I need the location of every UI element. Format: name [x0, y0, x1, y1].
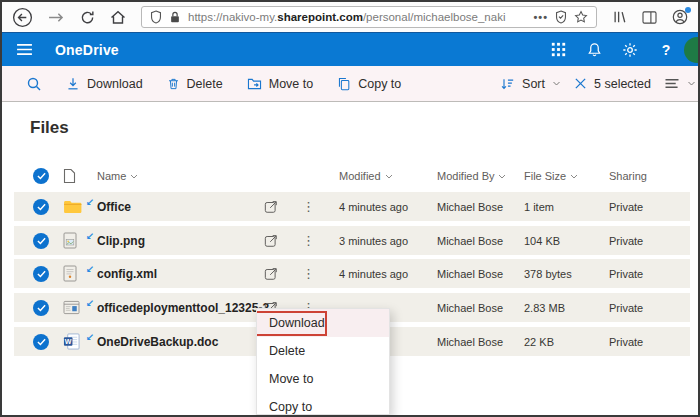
share-icon[interactable] — [264, 192, 280, 221]
modified-by-cell: Michael Bose — [437, 293, 503, 322]
sharing-cell[interactable]: Private — [609, 192, 643, 221]
more-options-icon[interactable]: ⋮ — [302, 226, 315, 255]
download-button[interactable]: Download — [66, 77, 143, 91]
sort-icon — [500, 77, 515, 91]
address-bar[interactable]: https://nakivo-my.sharepoint.com/persona… — [141, 6, 597, 28]
move-to-label: Move to — [269, 77, 313, 91]
table-header: Name Modified Modified By File Size Shar… — [14, 162, 690, 190]
modified-by-cell: Michael Bose — [437, 327, 503, 356]
row-checkbox[interactable] — [33, 226, 49, 255]
copy-to-label: Copy to — [358, 77, 401, 91]
hamburger-menu-icon[interactable] — [16, 43, 33, 56]
selection-count-label: 5 selected — [594, 77, 651, 91]
app-launcher-icon[interactable] — [540, 33, 576, 67]
file-name[interactable]: config.xml — [97, 259, 157, 288]
sharing-cell[interactable]: Private — [609, 226, 643, 255]
app-title[interactable]: OneDrive — [55, 42, 119, 58]
column-header-name[interactable]: Name — [97, 162, 138, 190]
share-icon[interactable] — [264, 259, 280, 288]
file-size-cell: 22 KB — [524, 327, 554, 356]
search-icon[interactable] — [26, 76, 42, 92]
file-name[interactable]: Clip.png — [97, 226, 145, 255]
settings-gear-icon[interactable] — [612, 33, 648, 67]
new-item-arrow-icon: ↙ — [86, 188, 94, 217]
column-header-modified[interactable]: Modified — [339, 162, 393, 190]
copy-to-button[interactable]: Copy to — [337, 77, 401, 91]
download-icon — [66, 77, 80, 91]
table-row[interactable]: ↙ Clip.png ⋮ 3 minutes ago Michael Bose … — [14, 226, 690, 255]
lock-icon — [169, 10, 181, 24]
sharing-cell[interactable]: Private — [609, 259, 643, 288]
row-checkbox[interactable] — [33, 327, 49, 356]
page-actions-icon[interactable]: ••• — [533, 11, 548, 23]
row-checkbox[interactable] — [33, 259, 49, 288]
screenshot-frame: https://nakivo-my.sharepoint.com/persona… — [0, 0, 700, 417]
bookmark-star-icon[interactable] — [574, 10, 588, 24]
file-name[interactable]: OneDriveBackup.doc — [97, 327, 218, 356]
download-label: Download — [87, 77, 143, 91]
delete-button[interactable]: Delete — [167, 77, 223, 91]
image-file-icon — [63, 226, 77, 255]
context-menu-item-delete[interactable]: Delete — [257, 337, 389, 365]
context-menu: Download Delete Move to Copy to — [256, 308, 390, 415]
command-bar: Download Delete Move to Copy to — [2, 66, 698, 102]
modified-cell: 4 minutes ago — [339, 192, 408, 221]
new-item-arrow-icon: ↙ — [86, 289, 94, 318]
notifications-bell-icon[interactable] — [576, 33, 612, 67]
file-name[interactable]: Office — [97, 192, 131, 221]
user-avatar[interactable] — [684, 37, 700, 63]
modified-by-cell: Michael Bose — [437, 259, 503, 288]
refresh-icon[interactable] — [80, 10, 95, 25]
pocket-icon[interactable] — [555, 10, 567, 24]
back-icon[interactable] — [12, 7, 33, 28]
new-item-arrow-icon: ↙ — [86, 323, 94, 352]
file-size-cell: 2.83 MB — [524, 293, 565, 322]
new-item-arrow-icon: ↙ — [86, 222, 94, 251]
table-row[interactable]: ↙ config.xml ⋮ 4 minutes ago Michael Bos… — [14, 259, 690, 288]
help-icon[interactable]: ? — [648, 33, 684, 67]
sort-label: Sort — [522, 77, 545, 91]
copy-icon — [337, 77, 351, 91]
column-header-modified-by[interactable]: Modified By — [437, 162, 506, 190]
more-options-icon[interactable]: ⋮ — [302, 259, 315, 288]
new-item-arrow-icon: ↙ — [86, 255, 94, 284]
context-menu-item-copy-to[interactable]: Copy to — [257, 393, 389, 415]
account-icon[interactable] — [672, 9, 688, 25]
folder-icon — [63, 192, 82, 221]
file-size-cell: 104 KB — [524, 226, 560, 255]
delete-label: Delete — [187, 77, 223, 91]
view-options-button[interactable] — [664, 77, 696, 90]
context-menu-item-download[interactable]: Download — [257, 309, 389, 337]
modified-cell: 3 minutes ago — [339, 226, 408, 255]
move-to-button[interactable]: Move to — [247, 77, 313, 91]
chevron-down-icon — [552, 81, 561, 86]
modified-cell: 4 minutes ago — [339, 259, 408, 288]
share-icon[interactable] — [264, 226, 280, 255]
sort-button[interactable]: Sort — [500, 77, 561, 91]
column-header-file-size[interactable]: File Size — [524, 162, 578, 190]
sharing-cell[interactable]: Private — [609, 293, 643, 322]
table-row[interactable]: ↙ Office ⋮ 4 minutes ago Michael Bose 1 … — [14, 192, 690, 221]
modified-by-cell: Michael Bose — [437, 226, 503, 255]
clear-selection-button[interactable]: 5 selected — [574, 77, 651, 91]
sidebar-icon[interactable] — [642, 11, 657, 24]
sharing-cell[interactable]: Private — [609, 327, 643, 356]
more-options-icon[interactable]: ⋮ — [302, 192, 315, 221]
list-view-icon — [664, 77, 680, 90]
modified-by-cell: Michael Bose — [437, 192, 503, 221]
column-header-sharing[interactable]: Sharing — [609, 162, 647, 190]
application-file-icon — [63, 293, 80, 322]
file-size-cell: 378 bytes — [524, 259, 572, 288]
page-title: Files — [30, 118, 69, 138]
tracking-shield-icon[interactable] — [150, 10, 162, 24]
context-menu-item-move-to[interactable]: Move to — [257, 365, 389, 393]
select-all-checkbox[interactable] — [33, 162, 49, 190]
row-checkbox[interactable] — [33, 192, 49, 221]
row-checkbox[interactable] — [33, 293, 49, 322]
url-text[interactable]: https://nakivo-my.sharepoint.com/persona… — [188, 11, 526, 23]
forward-icon[interactable] — [48, 11, 65, 24]
library-icon[interactable] — [612, 10, 627, 24]
word-file-icon: W — [63, 327, 80, 356]
home-icon[interactable] — [110, 10, 126, 25]
file-name[interactable]: officedeploymenttool_12325-2 — [97, 293, 269, 322]
